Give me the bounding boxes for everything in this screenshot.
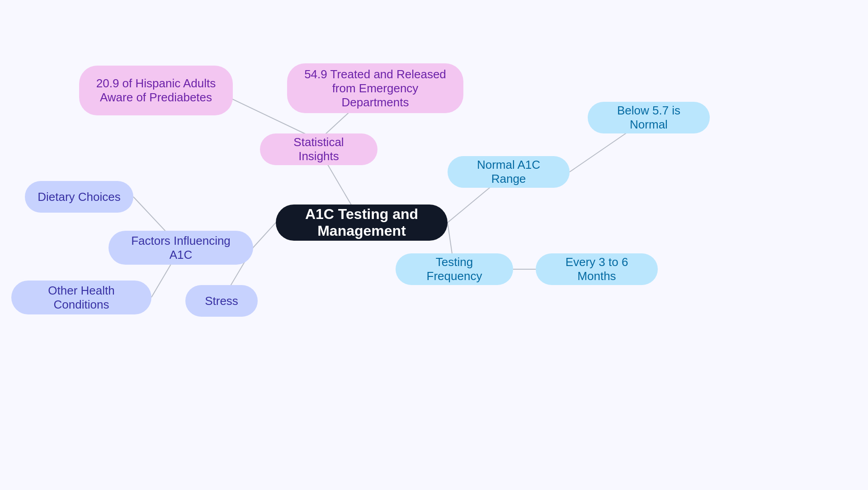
factors-influencing-node: Factors Influencing A1C [108, 231, 253, 265]
svg-line-7 [253, 223, 276, 247]
center-node: A1C Testing and Management [276, 205, 448, 241]
testing-frequency-node: Testing Frequency [396, 253, 513, 285]
treated-released-node: 54.9 Treated and Released from Emergency… [287, 63, 463, 113]
every-3-to-6-node: Every 3 to 6 Months [536, 253, 658, 285]
dietary-choices-node: Dietary Choices [25, 181, 133, 213]
other-health-node: Other Health Conditions [11, 281, 151, 314]
stress-node: Stress [185, 285, 258, 317]
below-57-node: Below 5.7 is Normal [588, 102, 710, 133]
hispanic-adults-node: 20.9 of Hispanic Adults Aware of Prediab… [79, 66, 233, 115]
normal-a1c-range-node: Normal A1C Range [448, 156, 570, 188]
statistical-insights-node: Statistical Insights [260, 133, 377, 165]
